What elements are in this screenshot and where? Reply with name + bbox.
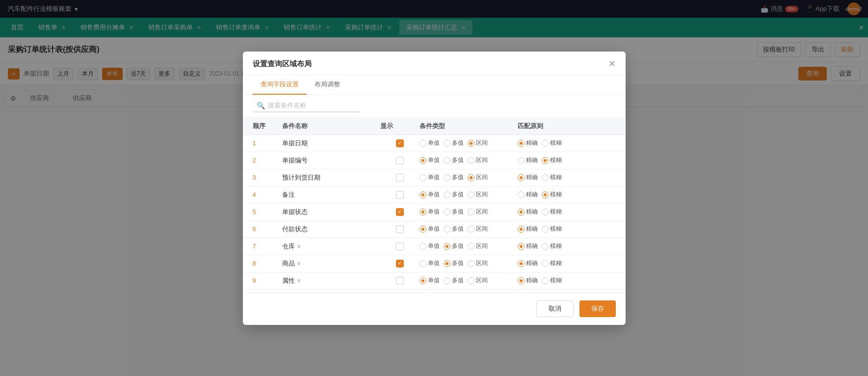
- match-radio-match_exact[interactable]: 精确: [518, 173, 538, 182]
- type-radio-type_single[interactable]: 单值: [420, 259, 440, 268]
- type-radio-type_range[interactable]: 区间: [468, 259, 488, 268]
- row-name: 商品 ∨: [282, 259, 380, 268]
- display-checkbox[interactable]: [396, 225, 404, 233]
- dialog-close-btn[interactable]: ✕: [608, 59, 616, 68]
- dialog-tab-layout[interactable]: 布局调整: [307, 75, 348, 95]
- display-checkbox[interactable]: [396, 260, 404, 268]
- radio-circle-icon: [420, 191, 426, 198]
- type-radio-type_multi[interactable]: 多值: [444, 276, 464, 285]
- th-display: 显示: [380, 122, 420, 131]
- row-order: 7: [253, 242, 282, 250]
- dialog-table-body: 1单据日期单值多值区间精确模糊2单据编号单值多值区间精确模糊3预计到货日期单值多…: [243, 135, 626, 292]
- match-radio-match_fuzzy[interactable]: 模糊: [542, 173, 562, 182]
- radio-circle-icon: [468, 277, 474, 284]
- cancel-btn[interactable]: 取消: [536, 300, 574, 317]
- type-radio-type_range[interactable]: 区间: [468, 156, 488, 164]
- table-row: 3预计到货日期单值多值区间精确模糊: [243, 169, 626, 187]
- row-order: 5: [253, 208, 282, 215]
- row-name: 单据编号: [282, 156, 380, 165]
- type-radio-group: 单值多值区间: [420, 190, 518, 199]
- display-checkbox[interactable]: [396, 208, 404, 216]
- table-row: 4备注单值多值区间精确模糊: [243, 187, 626, 204]
- type-radio-group: 单值多值区间: [420, 242, 518, 250]
- type-radio-type_single[interactable]: 单值: [420, 208, 440, 216]
- match-radio-match_fuzzy[interactable]: 模糊: [542, 190, 562, 199]
- search-input[interactable]: [268, 102, 356, 109]
- match-radio-group: 精确模糊: [518, 190, 616, 199]
- dialog-header: 设置查询区域布局 ✕: [243, 52, 626, 75]
- type-radio-type_multi[interactable]: 多值: [444, 208, 464, 216]
- match-radio-match_fuzzy[interactable]: 模糊: [542, 225, 562, 233]
- row-order: 3: [253, 174, 282, 181]
- type-radio-type_single[interactable]: 单值: [420, 242, 440, 250]
- type-radio-type_multi[interactable]: 多值: [444, 173, 464, 182]
- type-radio-type_range[interactable]: 区间: [468, 276, 488, 285]
- type-radio-type_single[interactable]: 单值: [420, 156, 440, 164]
- display-checkbox[interactable]: [396, 157, 404, 164]
- type-radio-type_range[interactable]: 区间: [468, 208, 488, 216]
- match-radio-match_exact[interactable]: 精确: [518, 208, 538, 216]
- radio-circle-icon: [542, 226, 549, 233]
- table-row: 9属性 ∨单值多值区间精确模糊: [243, 272, 626, 290]
- type-radio-type_single[interactable]: 单值: [420, 139, 440, 147]
- match-radio-match_fuzzy[interactable]: 模糊: [542, 208, 562, 216]
- type-radio-group: 单值多值区间: [420, 139, 518, 147]
- radio-circle-icon: [542, 191, 549, 198]
- match-radio-match_exact[interactable]: 精确: [518, 259, 538, 268]
- match-radio-match_fuzzy[interactable]: 模糊: [542, 139, 562, 147]
- match-radio-match_exact[interactable]: 精确: [518, 139, 538, 147]
- type-radio-type_range[interactable]: 区间: [468, 190, 488, 199]
- dialog-search-area: 🔍: [243, 95, 626, 118]
- match-radio-match_exact[interactable]: 精确: [518, 242, 538, 250]
- match-radio-match_fuzzy[interactable]: 模糊: [542, 276, 562, 285]
- type-radio-group: 单值多值区间: [420, 259, 518, 268]
- radio-circle-icon: [542, 157, 549, 164]
- type-radio-type_multi[interactable]: 多值: [444, 139, 464, 147]
- radio-circle-icon: [444, 140, 450, 147]
- type-radio-type_single[interactable]: 单值: [420, 173, 440, 182]
- match-radio-match_exact[interactable]: 精确: [518, 276, 538, 285]
- type-radio-type_range[interactable]: 区间: [468, 173, 488, 182]
- radio-circle-icon: [420, 243, 426, 250]
- match-radio-match_exact[interactable]: 精确: [518, 156, 538, 164]
- match-radio-match_fuzzy[interactable]: 模糊: [542, 259, 562, 268]
- type-radio-type_multi[interactable]: 多值: [444, 259, 464, 268]
- radio-circle-icon: [468, 140, 474, 147]
- radio-circle-icon: [518, 260, 525, 267]
- type-radio-type_range[interactable]: 区间: [468, 225, 488, 233]
- type-radio-type_single[interactable]: 单值: [420, 276, 440, 285]
- radio-circle-icon: [518, 191, 525, 198]
- dialog-tab-query-fields[interactable]: 查询字段设置: [253, 75, 307, 95]
- display-checkbox[interactable]: [396, 191, 404, 199]
- match-radio-match_fuzzy[interactable]: 模糊: [542, 156, 562, 164]
- type-radio-type_range[interactable]: 区间: [468, 139, 488, 147]
- radio-circle-icon: [444, 209, 450, 215]
- display-checkbox[interactable]: [396, 174, 404, 182]
- display-checkbox[interactable]: [396, 139, 404, 147]
- type-radio-type_single[interactable]: 单值: [420, 225, 440, 233]
- radio-circle-icon: [444, 157, 450, 164]
- radio-circle-icon: [468, 157, 474, 164]
- type-radio-type_multi[interactable]: 多值: [444, 225, 464, 233]
- match-radio-group: 精确模糊: [518, 139, 616, 147]
- type-radio-type_multi[interactable]: 多值: [444, 190, 464, 199]
- type-radio-type_multi[interactable]: 多值: [444, 242, 464, 250]
- radio-circle-icon: [518, 277, 525, 284]
- type-radio-type_range[interactable]: 区间: [468, 242, 488, 250]
- display-checkbox[interactable]: [396, 242, 404, 250]
- radio-circle-icon: [420, 140, 426, 147]
- display-checkbox[interactable]: [396, 277, 404, 285]
- match-radio-group: 精确模糊: [518, 242, 616, 250]
- type-radio-type_multi[interactable]: 多值: [444, 156, 464, 164]
- row-order: 9: [253, 277, 282, 284]
- match-radio-match_fuzzy[interactable]: 模糊: [542, 242, 562, 250]
- match-radio-group: 精确模糊: [518, 276, 616, 285]
- match-radio-match_exact[interactable]: 精确: [518, 190, 538, 199]
- match-radio-match_exact[interactable]: 精确: [518, 225, 538, 233]
- match-radio-group: 精确模糊: [518, 156, 616, 164]
- save-btn[interactable]: 保存: [579, 300, 616, 317]
- match-radio-group: 精确模糊: [518, 173, 616, 182]
- row-order: 2: [253, 157, 282, 164]
- radio-circle-icon: [468, 174, 474, 181]
- type-radio-type_single[interactable]: 单值: [420, 190, 440, 199]
